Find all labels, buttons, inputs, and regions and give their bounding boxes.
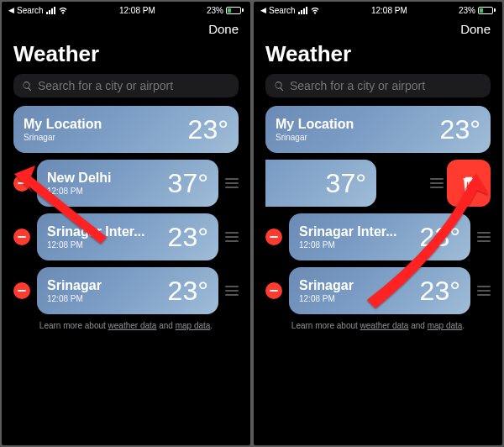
minus-icon [18,290,26,292]
search-input[interactable] [290,79,482,92]
list-item-swiped[interactable]: ew Delhi 12:08 PM 37° [265,160,491,207]
location-card[interactable]: Srinagar 12:08 PM 23° [37,267,218,314]
done-button[interactable]: Done [460,22,491,36]
location-name: Srinagar [47,278,102,293]
search-icon [22,81,33,92]
location-name: Srinagar [299,278,354,293]
list-item[interactable]: Srinagar Inter... 12:08 PM 23° [13,213,239,260]
list-item[interactable]: Srinagar Inter... 12:08 PM 23° [265,213,491,260]
location-card[interactable]: My Location Srinagar 23° [265,106,491,153]
temperature: 23° [188,114,228,145]
search-input[interactable] [38,79,230,92]
remove-button[interactable] [13,229,30,245]
temperature: 37° [326,168,366,199]
location-list: My Location Srinagar 23° ew Delhi 12:08 … [254,106,502,330]
search-bar[interactable] [13,74,239,97]
weather-data-link[interactable]: weather data [360,321,409,330]
map-data-link[interactable]: map data [176,321,211,330]
remove-button[interactable] [13,282,30,299]
temperature: 23° [168,222,208,253]
remove-button[interactable] [265,282,282,299]
drag-handle-icon[interactable] [477,232,491,242]
location-name: My Location [24,117,102,132]
minus-icon [18,236,26,238]
location-name: Srinagar Inter... [47,224,144,239]
battery-icon [478,7,496,14]
status-left: ◀ Search [8,6,68,15]
temperature: 23° [440,114,480,145]
trash-icon [461,175,476,192]
battery-label: 23% [207,6,223,15]
list-item[interactable]: Srinagar 12:08 PM 23° [13,267,239,314]
location-sub: Srinagar [24,133,102,142]
back-label[interactable]: Search [269,6,296,15]
footer-text: Learn more about weather data and map da… [265,321,491,330]
status-time: 12:08 PM [119,6,155,15]
location-card[interactable]: New Delhi 12:08 PM 37° [37,160,218,207]
top-bar: Done [2,18,250,38]
drag-handle-icon[interactable] [225,286,239,296]
location-card[interactable]: My Location Srinagar 23° [13,106,239,153]
location-name: Srinagar Inter... [299,224,396,239]
status-right: 23% [459,6,496,15]
top-bar: Done [254,18,502,38]
list-item[interactable]: My Location Srinagar 23° [265,106,491,153]
back-label[interactable]: Search [17,6,44,15]
location-sub: 12:08 PM [47,294,102,303]
list-item[interactable]: My Location Srinagar 23° [13,106,239,153]
status-bar: ◀ Search 12:08 PM 23% [254,2,502,18]
search-bar[interactable] [265,74,491,97]
location-card[interactable]: ew Delhi 12:08 PM 37° [265,160,376,207]
temperature: 23° [168,276,208,307]
done-button[interactable]: Done [208,22,239,36]
search-icon [274,81,285,92]
location-card[interactable]: Srinagar 12:08 PM 23° [289,267,470,314]
status-bar: ◀ Search 12:08 PM 23% [2,2,250,18]
list-item[interactable]: New Delhi 12:08 PM 37° [13,160,239,207]
drag-handle-icon[interactable] [225,232,239,242]
back-chevron-icon: ◀ [8,6,14,14]
status-right: 23% [207,6,244,15]
battery-icon [226,7,244,14]
drag-handle-icon[interactable] [477,286,491,296]
location-card[interactable]: Srinagar Inter... 12:08 PM 23° [289,213,470,260]
minus-icon [270,290,278,292]
status-time: 12:08 PM [371,6,407,15]
location-sub: 12:08 PM [299,240,396,250]
wifi-icon [58,7,68,14]
remove-button[interactable] [13,175,30,192]
location-name: New Delhi [47,171,111,186]
remove-button[interactable] [265,229,282,245]
location-sub: 12:08 PM [47,240,144,250]
drag-handle-icon[interactable] [430,178,444,188]
location-sub: 12:08 PM [299,294,354,303]
location-card[interactable]: Srinagar Inter... 12:08 PM 23° [37,213,218,260]
screen-left: ◀ Search 12:08 PM 23% Done Weather My Lo… [2,2,250,445]
temperature: 37° [168,168,208,199]
page-title: Weather [2,38,250,74]
signal-icon [298,7,307,14]
battery-label: 23% [459,6,475,15]
page-title: Weather [254,38,502,74]
location-sub: 12:08 PM [47,187,111,196]
minus-icon [18,182,26,184]
location-sub: Srinagar [276,133,354,142]
delete-button[interactable] [447,160,491,207]
wifi-icon [310,7,320,14]
temperature: 23° [420,222,460,253]
drag-handle-icon[interactable] [225,178,239,188]
back-chevron-icon: ◀ [260,6,266,14]
location-name: My Location [276,117,354,132]
weather-data-link[interactable]: weather data [108,321,157,330]
signal-icon [46,7,55,14]
footer-text: Learn more about weather data and map da… [13,321,239,330]
list-item[interactable]: Srinagar 12:08 PM 23° [265,267,491,314]
status-left: ◀ Search [260,6,320,15]
map-data-link[interactable]: map data [428,321,463,330]
location-list: My Location Srinagar 23° New Delhi 12:08… [2,106,250,330]
minus-icon [270,236,278,238]
temperature: 23° [420,276,460,307]
screen-right: ◀ Search 12:08 PM 23% Done Weather My Lo… [254,2,502,445]
